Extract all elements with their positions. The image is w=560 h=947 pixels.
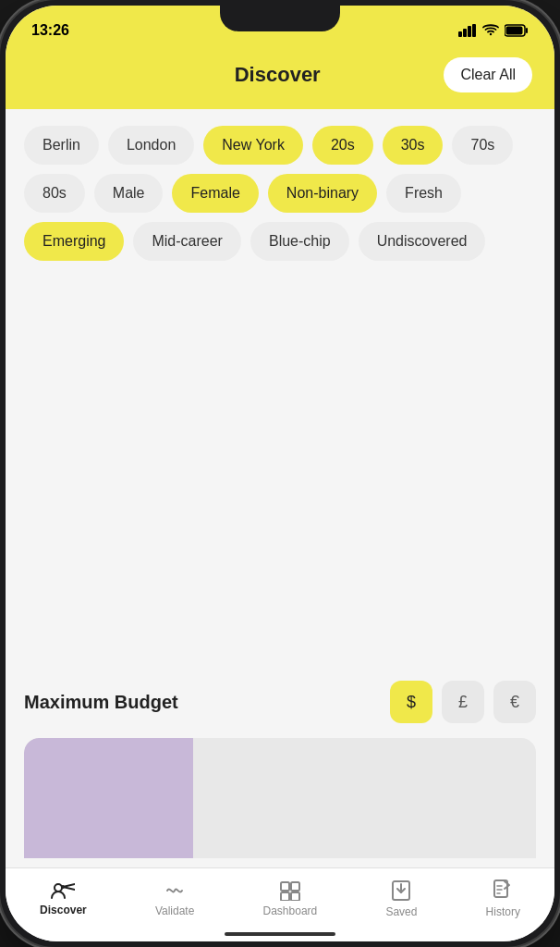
tag-80s[interactable]: 80s: [24, 174, 85, 213]
budget-header: Maximum Budget $£€: [24, 681, 536, 723]
history-nav-icon: [493, 879, 513, 902]
currency-btn-$[interactable]: $: [390, 681, 432, 723]
signal-icon: [458, 24, 477, 37]
tag-london[interactable]: London: [108, 126, 194, 165]
svg-rect-0: [458, 31, 462, 37]
nav-item-validate[interactable]: Validate: [144, 877, 205, 921]
tag-20s[interactable]: 20s: [312, 126, 373, 165]
home-indicator: [225, 932, 335, 936]
scroll-content: BerlinLondonNew York20s30s70s80sMaleFema…: [6, 109, 554, 858]
saved-nav-icon: [390, 879, 412, 902]
tag-blue-chip[interactable]: Blue-chip: [250, 222, 349, 261]
tag-non-binary[interactable]: Non-binary: [268, 174, 377, 213]
tag-berlin[interactable]: Berlin: [24, 126, 99, 165]
slider-fill: [24, 738, 193, 858]
nav-item-discover[interactable]: Discover: [29, 878, 98, 920]
validate-nav-icon: [164, 880, 186, 901]
svg-rect-6: [506, 27, 523, 35]
tag-emerging[interactable]: Emerging: [24, 222, 124, 261]
svg-rect-2: [468, 26, 471, 37]
tag-undiscovered[interactable]: Undiscovered: [359, 222, 486, 261]
discover-nav-icon: [51, 881, 75, 900]
tag-female[interactable]: Female: [172, 174, 258, 213]
currency-btn-£[interactable]: £: [442, 681, 484, 723]
currency-btn-€[interactable]: €: [493, 681, 536, 723]
bottom-nav: DiscoverValidateDashboardSavedHistory: [6, 867, 554, 941]
budget-label: Maximum Budget: [24, 692, 178, 713]
battery-icon: [505, 24, 529, 37]
notch: [220, 6, 340, 31]
svg-point-9: [55, 884, 62, 892]
currency-buttons: $£€: [390, 681, 536, 723]
nav-label-saved: Saved: [385, 905, 417, 918]
nav-label-dashboard: Dashboard: [263, 904, 318, 917]
tags-container: BerlinLondonNew York20s30s70s80sMaleFema…: [24, 126, 536, 261]
budget-section: Maximum Budget $£€: [6, 681, 554, 723]
tag-male[interactable]: Male: [94, 174, 164, 213]
clear-all-button[interactable]: Clear All: [444, 57, 532, 92]
svg-rect-14: [291, 892, 299, 901]
tag-30s[interactable]: 30s: [383, 126, 444, 165]
header: Discover Clear All: [6, 46, 554, 109]
nav-item-dashboard[interactable]: Dashboard: [252, 877, 329, 921]
svg-rect-1: [463, 29, 467, 37]
tag-mid-career[interactable]: Mid-career: [133, 222, 240, 261]
tag-70s[interactable]: 70s: [452, 126, 513, 165]
tags-section: BerlinLondonNew York20s30s70s80sMaleFema…: [6, 109, 554, 681]
svg-rect-3: [472, 24, 476, 37]
tag-fresh[interactable]: Fresh: [386, 174, 461, 213]
svg-rect-5: [526, 28, 528, 33]
page-title: Discover: [111, 63, 444, 87]
nav-label-discover: Discover: [40, 904, 87, 916]
status-time: 13:26: [31, 22, 69, 39]
budget-slider[interactable]: [24, 738, 536, 858]
dashboard-nav-icon: [279, 880, 301, 901]
nav-label-history: History: [486, 905, 520, 918]
wifi-icon: [482, 24, 499, 37]
phone-screen: 13:26: [6, 6, 554, 941]
phone-frame: 13:26: [0, 0, 560, 947]
svg-rect-11: [281, 882, 289, 891]
status-icons: [458, 24, 529, 37]
nav-item-saved[interactable]: Saved: [374, 876, 428, 922]
nav-label-validate: Validate: [155, 904, 194, 917]
svg-rect-13: [281, 892, 289, 901]
svg-point-10: [61, 885, 65, 889]
nav-item-history[interactable]: History: [475, 876, 531, 922]
tag-new-york[interactable]: New York: [203, 126, 303, 165]
svg-rect-12: [291, 882, 299, 891]
